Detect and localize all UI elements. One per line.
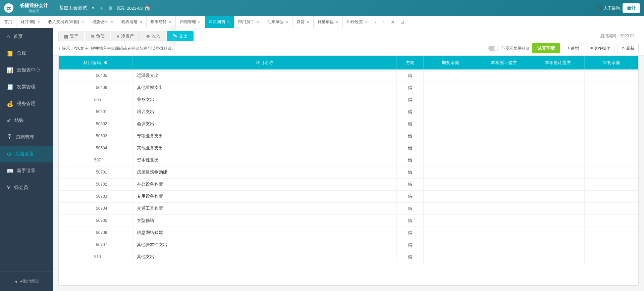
sidebar-item-home[interactable]: ⌂ 首页 xyxy=(0,28,53,45)
tab-income-annual-close[interactable]: ✕ xyxy=(81,20,84,24)
tab-counterpart[interactable]: 往来单位 ✕ xyxy=(263,16,292,28)
tab-income-annual[interactable]: 收入支出表(年报) ✕ xyxy=(44,16,88,28)
table-row[interactable]: 50707 其他资本性支出 借 xyxy=(59,239,638,251)
tab-dept-staff[interactable]: 部门员工 ✕ xyxy=(234,16,263,28)
cell-opening-balance xyxy=(424,106,477,118)
sub-tab-income[interactable]: ⊕ 收入 xyxy=(141,31,166,41)
sidebar-item-guide[interactable]: 📖 新手引导 xyxy=(0,162,53,179)
tab-template-close[interactable]: ✕ xyxy=(110,20,113,24)
cell-ytd-credit xyxy=(531,94,585,106)
cell-direction: 借 xyxy=(397,202,424,214)
cell-opening-balance xyxy=(424,251,477,263)
table-row[interactable]: 505 业务支出 借 xyxy=(59,94,638,106)
tab-nav-prev[interactable]: ‹ xyxy=(372,16,380,28)
tab-counterpart-close[interactable]: ✕ xyxy=(285,20,288,24)
cell-direction: 借 xyxy=(397,94,424,106)
sub-tab-net-asset[interactable]: ≡ 净资产 xyxy=(111,31,140,41)
table-row[interactable]: 50704 交通工具购置 借 xyxy=(59,202,638,214)
tab-tax-close[interactable]: ✕ xyxy=(140,20,142,24)
hint-text: 提示：按Ctrl＋F键并输入科目编码或者科目名称可以查找科目。 xyxy=(62,46,175,51)
cell-direction: 借 xyxy=(397,178,424,190)
tab-template[interactable]: 模版设计 ✕ xyxy=(88,16,117,28)
tab-subject-initial-close[interactable]: ✕ xyxy=(227,20,230,24)
tab-units[interactable]: 计量单位 ✕ xyxy=(314,16,343,28)
table-row[interactable]: 50706 信息网络购建 借 xyxy=(59,227,638,239)
toggle-track[interactable] xyxy=(488,46,499,51)
table-row[interactable]: 50504 其他业务支出 借 xyxy=(59,142,638,154)
settings-icon[interactable]: ⚙ xyxy=(108,5,113,11)
table-row[interactable]: 50701 房屋建筑物购建 借 xyxy=(59,166,638,178)
sidebar-item-archive[interactable]: 🗄 归档管理 xyxy=(0,129,53,146)
sidebar-item-basic-label: 基础设置 xyxy=(15,151,34,157)
tab-home[interactable]: 首页 xyxy=(0,16,16,28)
col-code-settings-icon[interactable]: ⚙ xyxy=(104,60,108,65)
tab-inventory[interactable]: 存货 ✕ xyxy=(292,16,314,28)
tab-period-end[interactable]: 期末结转 ✕ xyxy=(147,16,176,28)
cell-opening-balance xyxy=(424,142,477,154)
table-row[interactable]: 50406 其他维权支出 借 xyxy=(59,82,638,94)
sidebar-item-invoice[interactable]: 🧾 发票管理 xyxy=(0,79,53,95)
tab-tax[interactable]: 税表清册 ✕ xyxy=(117,16,147,28)
cell-ytd-credit xyxy=(531,82,585,94)
cell-ytd-balance xyxy=(585,227,638,239)
refresh-btn[interactable]: ↺ 刷新 xyxy=(617,44,639,53)
project-dropdown-icon[interactable]: ▼ xyxy=(91,6,95,10)
cell-ytd-debit xyxy=(477,190,531,202)
table-row[interactable]: 507 资本性支出 借 xyxy=(59,154,638,166)
tab-nav-next[interactable]: › xyxy=(380,16,388,28)
tab-period-end-close[interactable]: ✕ xyxy=(169,20,171,24)
tab-inventory-close[interactable]: ✕ xyxy=(307,20,309,24)
cell-direction: 借 xyxy=(397,130,424,142)
tab-units-close[interactable]: ✕ xyxy=(336,20,338,24)
sidebar-item-settlement[interactable]: ✔ 结账 xyxy=(0,112,53,129)
tab-archive[interactable]: 归档管理 ✕ xyxy=(176,16,205,28)
toggle-disabled-subjects[interactable]: 不显示禁用科目 xyxy=(488,46,529,51)
table-row[interactable]: 50501 培训支出 借 xyxy=(59,106,638,118)
more-ops-btn[interactable]: ≡ 更多操作 xyxy=(586,44,614,53)
table-row[interactable]: 50705 大型修缮 借 xyxy=(59,214,638,227)
tab-finance-mid-close[interactable]: ✕ xyxy=(37,20,40,24)
tab-subject-initial[interactable]: 科目期初 ✕ xyxy=(205,16,234,28)
tab-currency-close[interactable]: ✕ xyxy=(365,20,368,24)
tab-archive-close[interactable]: ✕ xyxy=(198,20,201,24)
table-row[interactable]: 50703 专用设备购置 借 xyxy=(59,190,638,202)
sidebar-item-tax[interactable]: 💰 税务管理 xyxy=(0,95,53,112)
add-project-btn[interactable]: ＋ xyxy=(99,5,104,12)
cell-ytd-balance xyxy=(585,166,638,178)
cell-ytd-balance xyxy=(585,130,638,142)
sub-tab-expenditure[interactable]: 📡 支出 xyxy=(167,31,194,41)
sidebar-item-basic-settings[interactable]: ⚙ 基础设置 xyxy=(0,146,53,162)
logo-text: 畅捷通好会计 旗舰版 xyxy=(15,3,52,13)
top-header: 云 畅捷通好会计 旗舰版 基层工会测试 ▼ ＋ ⚙ 账期 2023-03 📅 🎧… xyxy=(0,0,644,16)
sidebar-item-reports[interactable]: 📊 云报表中心 xyxy=(0,62,53,79)
sidebar-item-general-ledger[interactable]: 📒 总账 xyxy=(0,45,53,62)
table-row[interactable]: 50503 专项业务支出 借 xyxy=(59,130,638,142)
trial-balance-btn[interactable]: 试算平衡 xyxy=(532,43,560,53)
table-row[interactable]: 50502 会议支出 借 xyxy=(59,118,638,130)
account-btn[interactable]: 会计 xyxy=(623,3,640,13)
calendar-icon[interactable]: 📅 xyxy=(144,5,150,11)
sub-tab-asset[interactable]: ▦ 资产 xyxy=(58,31,84,41)
sidebar-item-member[interactable]: V 畅会员 xyxy=(0,179,53,196)
period-value: 2023-03 xyxy=(127,6,143,11)
cell-ytd-credit xyxy=(531,69,585,82)
sub-tab-bar: ▦ 资产 ⊟ 负债 ≡ 净资产 ⊕ 收入 📡 支出 启用期间：2023.03 xyxy=(53,28,644,41)
tab-finance-mid[interactable]: 财(中期) ✕ xyxy=(16,16,44,28)
tab-fullscreen-btn[interactable]: ⊡ xyxy=(397,16,407,28)
cell-opening-balance xyxy=(424,154,477,166)
cell-ytd-credit xyxy=(531,130,585,142)
tab-close-all-btn[interactable]: ✕ xyxy=(388,16,397,28)
sub-tab-liability[interactable]: ⊟ 负债 xyxy=(85,31,110,41)
liability-icon: ⊟ xyxy=(91,34,94,39)
tax-icon: 💰 xyxy=(7,101,13,107)
cell-ytd-debit xyxy=(477,130,531,142)
tab-dept-staff-close[interactable]: ✕ xyxy=(256,20,259,24)
table-row[interactable]: 50702 办公设备购置 借 xyxy=(59,178,638,190)
member-icon: V xyxy=(7,185,11,191)
tab-currency[interactable]: 币种设置 ✕ xyxy=(343,16,372,28)
consult-btn[interactable]: 🎧 人工咨询 xyxy=(597,5,620,11)
unpin-btn[interactable]: ◄ ◄取消固定 xyxy=(0,276,53,287)
new-btn[interactable]: + 新增 xyxy=(563,44,583,53)
table-row[interactable]: 510 其他支出 借 xyxy=(59,251,638,263)
table-row[interactable]: 50405 运温暖支出 借 xyxy=(59,69,638,82)
